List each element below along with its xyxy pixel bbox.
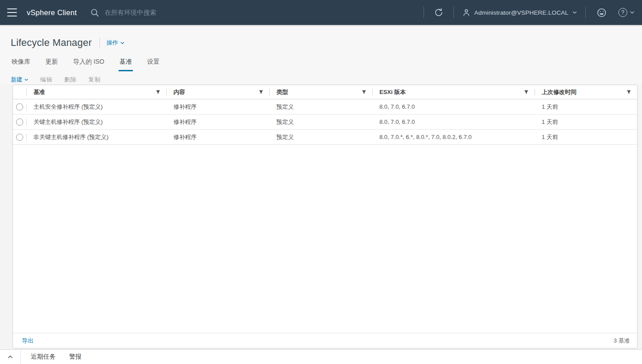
- divider: [21, 350, 21, 364]
- tab-baselines[interactable]: 基准: [119, 58, 133, 71]
- cell-last-modified: 1 天前: [535, 130, 637, 144]
- export-link[interactable]: 导出: [22, 337, 33, 345]
- bottom-panel-bar: 近期任务 警报: [0, 349, 642, 364]
- row-radio[interactable]: [16, 103, 23, 110]
- app-title: vSphere Client: [27, 8, 77, 17]
- table-row[interactable]: 非关键主机修补程序 (预定义) 修补程序 预定义 8.0, 7.0.*, 6.*…: [13, 130, 637, 145]
- table-row[interactable]: 主机安全修补程序 (预定义) 修补程序 预定义 8.0, 7.0, 6.7.0 …: [13, 99, 637, 115]
- help-icon: ?: [618, 8, 627, 17]
- new-baseline-button[interactable]: 新建: [11, 76, 29, 84]
- column-label: 内容: [173, 88, 185, 96]
- duplicate-button[interactable]: 复制: [88, 76, 101, 84]
- filter-icon[interactable]: [524, 90, 529, 94]
- user-menu[interactable]: Administrator@VSPHERE.LOCAL: [454, 8, 585, 17]
- tab-settings[interactable]: 设置: [146, 58, 160, 71]
- refresh-icon: [434, 8, 444, 17]
- baselines-table: 基准 内容 类型 ESXi 版本 上次修改时间 主机安全修补程序 (预定义) 修…: [12, 85, 638, 348]
- cell-content: 修补程序: [166, 99, 269, 114]
- cell-last-modified: 1 天前: [535, 99, 637, 114]
- cell-baseline: 主机安全修补程序 (预定义): [26, 99, 166, 114]
- chevron-down-icon: [572, 10, 577, 15]
- cell-type: 预定义: [269, 99, 372, 114]
- tab-image-depot[interactable]: 映像库: [11, 58, 31, 71]
- cell-baseline: 关键主机修补程序 (预定义): [26, 115, 166, 129]
- delete-button[interactable]: 删除: [64, 76, 77, 84]
- user-icon: [462, 8, 471, 17]
- page-title: Lifecycle Manager: [11, 37, 92, 49]
- hamburger-menu-icon[interactable]: [7, 8, 18, 16]
- cell-last-modified: 1 天前: [535, 115, 637, 129]
- divider: [585, 7, 586, 18]
- table-footer: 导出 3 基准: [13, 333, 637, 348]
- tab-imported-isos[interactable]: 导入的 ISO: [72, 58, 105, 71]
- cell-esxi-version: 8.0, 7.0, 6.7.0: [372, 99, 535, 114]
- search-icon: [90, 8, 99, 17]
- new-label: 新建: [11, 76, 22, 84]
- divider: [424, 7, 424, 18]
- search-placeholder: 在所有环境中搜索: [104, 8, 156, 17]
- table-empty-space: [13, 145, 637, 333]
- column-header-last-modified: 上次修改时间: [535, 85, 637, 99]
- actions-menu[interactable]: 操作: [107, 39, 125, 47]
- search-input[interactable]: 在所有环境中搜索: [90, 8, 277, 17]
- user-name: Administrator@VSPHERE.LOCAL: [474, 9, 568, 16]
- chevron-up-icon: [7, 354, 13, 360]
- cell-content: 修补程序: [166, 115, 269, 129]
- help-menu[interactable]: ?: [618, 8, 635, 17]
- filter-icon[interactable]: [362, 90, 366, 94]
- refresh-button[interactable]: [434, 8, 444, 17]
- chevron-down-icon: [24, 78, 29, 82]
- recent-tasks-tab[interactable]: 近期任务: [31, 353, 56, 361]
- page-header: Lifecycle Manager 操作 映像库 更新 导入的 ISO 基准 设…: [0, 25, 642, 85]
- filter-icon[interactable]: [156, 90, 160, 94]
- row-radio[interactable]: [16, 134, 23, 141]
- edit-button[interactable]: 编辑: [40, 76, 53, 84]
- cell-content: 修补程序: [166, 130, 269, 144]
- tab-bar: 映像库 更新 导入的 ISO 基准 设置: [11, 55, 631, 71]
- radio-column-header: [13, 85, 26, 99]
- navbar-right: Administrator@VSPHERE.LOCAL ?: [424, 0, 642, 25]
- actions-label: 操作: [107, 39, 118, 47]
- row-radio[interactable]: [16, 119, 23, 126]
- column-header-baseline: 基准: [26, 85, 166, 99]
- table-row[interactable]: 关键主机修补程序 (预定义) 修补程序 预定义 8.0, 7.0, 6.7.0 …: [13, 115, 637, 130]
- cell-type: 预定义: [269, 115, 372, 129]
- divider: [99, 37, 100, 48]
- cell-type: 预定义: [269, 130, 372, 144]
- chevron-down-icon: [120, 41, 125, 45]
- filter-icon[interactable]: [626, 90, 631, 94]
- column-label: 类型: [276, 88, 288, 96]
- top-navbar: vSphere Client 在所有环境中搜索 Administrator@VS…: [0, 0, 642, 25]
- tab-updates[interactable]: 更新: [45, 58, 59, 71]
- column-header-type: 类型: [269, 85, 372, 99]
- cell-baseline: 非关键主机修补程序 (预定义): [26, 130, 166, 144]
- chevron-down-icon: [630, 10, 635, 15]
- table-header-row: 基准 内容 类型 ESXi 版本 上次修改时间: [13, 85, 637, 99]
- expand-panel-button[interactable]: [0, 354, 21, 360]
- column-header-content: 内容: [166, 85, 269, 99]
- column-label: ESXi 版本: [379, 88, 406, 96]
- column-label: 上次修改时间: [542, 88, 576, 96]
- feedback-button[interactable]: [597, 8, 607, 18]
- cell-esxi-version: 8.0, 7.0.*, 6.*, 8.0.*, 7.0, 8.0.2, 6.7.…: [372, 130, 535, 144]
- column-header-esxi-version: ESXi 版本: [372, 85, 535, 99]
- filter-icon[interactable]: [259, 90, 263, 94]
- row-count: 3 基准: [613, 337, 630, 345]
- column-label: 基准: [33, 88, 45, 96]
- alarms-tab[interactable]: 警报: [69, 353, 82, 361]
- table-toolbar: 新建 编辑 删除 复制: [11, 74, 631, 85]
- cell-esxi-version: 8.0, 7.0, 6.7.0: [372, 115, 535, 129]
- smiley-icon: [597, 8, 607, 18]
